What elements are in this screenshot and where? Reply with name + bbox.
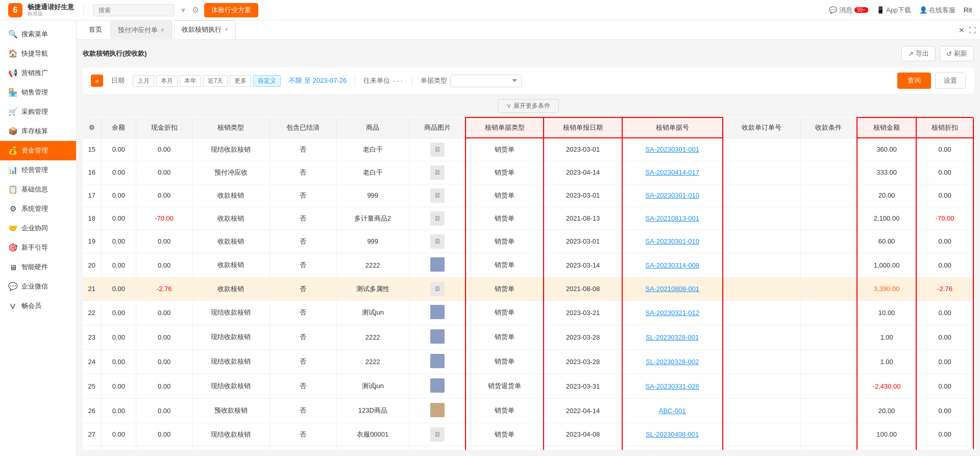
sidebar-label-vip: 畅会员 [21,301,41,310]
tab-prepay-close[interactable]: × [161,27,164,34]
table-row: 15 0.00 0.00 现结收款核销 否 老白干 🖼 销货单 2023-03-… [83,138,973,161]
tab-receipt[interactable]: 收款核销执行 × [174,20,236,39]
date-more-btn[interactable]: 更多 [230,75,251,87]
td-doc-date: 2023-04-18 [544,446,622,450]
sidebar-item-marketing[interactable]: 📢 营销推广 [0,63,76,83]
maximize-btn[interactable]: ⛶ [969,26,976,34]
td-order-no [723,349,800,374]
sidebar-item-quick-nav[interactable]: 🏠 快捷导航 [0,44,76,63]
td-included: 否 [270,423,336,446]
table-row: 18 0.00 -70.00 收款核销 否 多计量商品2 🖼 销货单 2021-… [83,207,973,230]
td-cash-discount: 0.00 [136,184,192,207]
sidebar-item-guide[interactable]: 🎯 新手引导 [0,238,76,257]
sidebar-item-vip[interactable]: V 畅会员 [0,296,76,316]
user-label[interactable]: Rit [964,6,972,14]
message-area[interactable]: 💬 消息 99+ [829,6,868,15]
sidebar-item-system[interactable]: ⚙ 系统管理 [0,199,76,219]
table-row: 26 0.00 0.00 预收款核销 否 123D商品 销货单 2022-04-… [83,398,973,423]
online-service[interactable]: 👤 在线客服 [919,6,955,15]
sidebar-label-quick-nav: 快捷导航 [21,49,48,58]
th-goods: 商品 [336,117,409,138]
main-table: ⚙ 余额 现金折扣 核销类型 包含已结清 商品 商品图片 核销单据类型 核销单报… [83,117,974,450]
tab-receipt-close[interactable]: × [225,26,228,33]
table-row: 27 0.00 0.00 现结收款核销 否 衣服00001 🖼 销货单 2023… [83,423,973,446]
sidebar-label-system: 系统管理 [21,204,48,213]
date-7days-btn[interactable]: 近7天 [203,75,228,87]
top-bar: 6 畅捷通谐好生意 标准版 ▼ ⚙ 体验行业方案 💬 消息 99+ 📱 App下… [0,0,980,20]
page-title-text: 收款核销执行(按收款) [83,49,147,58]
td-doc-no[interactable]: SA-20230314-008 [622,253,723,277]
td-doc-no[interactable]: SA-20230301-001 [622,138,723,161]
settings-gear-icon[interactable]: ⚙ [192,5,199,15]
top-search-input[interactable] [93,4,175,16]
td-amount: 360.00 [857,138,916,161]
td-amount: 20.00 [857,398,916,423]
td-payment-cond [800,184,857,207]
close-window-btn[interactable]: ✕ [959,26,965,34]
date-this-month-btn[interactable]: 本月 [156,75,178,87]
date-custom-btn[interactable]: 自定义 [253,75,281,87]
td-doc-no[interactable]: SA-20230301-010 [622,230,723,253]
sidebar-item-search-menu[interactable]: 🔍 搜索菜单 [0,25,76,44]
td-goods-img: 🖼 [409,230,465,253]
sidebar-item-enterprise[interactable]: 🤝 企业协同 [0,219,76,238]
td-cash-discount: -70.00 [136,207,192,230]
sidebar-item-hardware[interactable]: 🖥 智能硬件 [0,257,76,277]
sidebar-label-sales: 销售管理 [21,88,48,97]
td-doc-no[interactable]: SL-20230328-001 [622,325,723,349]
td-id: 17 [83,184,101,207]
date-last-month-btn[interactable]: 上月 [133,75,154,87]
td-doc-no[interactable]: SA-20210808-001 [622,277,723,300]
td-amount: 60.00 [857,230,916,253]
sidebar-item-sales[interactable]: 🏪 销售管理 [0,83,76,102]
table-body: 15 0.00 0.00 现结收款核销 否 老白干 🖼 销货单 2023-03-… [83,138,973,450]
filter-doc-type-select[interactable] [450,75,522,87]
sidebar-item-fund[interactable]: 💰 资金管理 [0,141,76,160]
td-doc-no[interactable]: ABC-001 [622,398,723,423]
td-type: 预收款核销 [192,398,270,423]
td-doc-no[interactable]: SA-20230331-026 [622,374,723,398]
td-doc-no[interactable]: SL-20230328-002 [622,349,723,374]
td-doc-no[interactable]: SL-20230408-001 [622,423,723,446]
td-doc-type: 销货单 [465,230,544,253]
th-goods-img: 商品图片 [409,117,465,138]
sales-icon: 🏪 [8,88,17,97]
date-this-year-btn[interactable]: 本年 [180,75,201,87]
sidebar-item-wechat[interactable]: 💬 企业微信 [0,277,76,296]
tab-home[interactable]: 首页 [81,21,110,39]
sidebar-item-biz[interactable]: 📊 经营管理 [0,160,76,180]
app-download[interactable]: 📱 App下载 [876,6,911,15]
setting-btn[interactable]: 设置 [935,73,966,89]
td-doc-no[interactable]: SA-20210813-001 [622,207,723,230]
filter-dots: ··· [393,76,404,86]
td-cash-discount: 0.00 [136,138,192,161]
sidebar-label-hardware: 智能硬件 [21,262,48,272]
industry-solution-btn[interactable]: 体验行业方案 [204,3,258,17]
td-doc-no[interactable]: SA-20230414-017 [622,161,723,184]
td-type: 现结收款核销 [192,300,270,325]
td-doc-no[interactable]: SA-20230301-010 [622,184,723,207]
td-doc-no[interactable]: SA-20230321-012 [622,300,723,325]
sidebar-item-basic[interactable]: 📋 基础信息 [0,180,76,199]
td-doc-type: 销货单 [465,138,544,161]
sidebar-label-biz: 经营管理 [21,165,48,175]
filter-expand-btn[interactable]: » [91,75,103,87]
td-doc-no[interactable]: SL-20230418-001 [622,446,723,450]
th-order-no: 收款单订单号 [723,117,800,138]
table-wrap[interactable]: ⚙ 余额 现金折扣 核销类型 包含已结清 商品 商品图片 核销单据类型 核销单报… [83,117,974,450]
th-gear[interactable]: ⚙ [83,117,101,138]
td-payment-cond [800,277,857,300]
td-order-no [723,398,800,423]
expand-more-btn[interactable]: ∨ 展开更多条件 [498,99,558,113]
refresh-btn[interactable]: ↺ 刷新 [940,46,974,61]
sidebar-item-purchase[interactable]: 🛒 采购管理 [0,102,76,122]
query-btn[interactable]: 查询 [897,73,931,89]
tab-prepay[interactable]: 预付冲应付单 × [110,21,172,39]
td-order-no [723,374,800,398]
sidebar-label-basic: 基础信息 [21,185,48,194]
td-amount: 333.00 [857,161,916,184]
export-btn[interactable]: ↗ 导出 [901,46,936,61]
td-balance: 0.00 [101,138,136,161]
search-chevron[interactable]: ▼ [180,6,187,14]
sidebar-item-inventory[interactable]: 📦 库存核算 [0,122,76,141]
